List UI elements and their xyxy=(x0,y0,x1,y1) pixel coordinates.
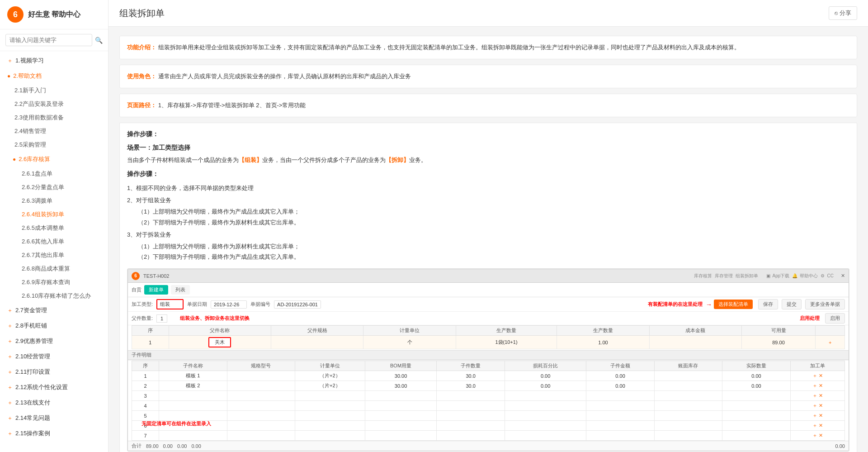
annotation-5-text: 无固定清单可在组件在这里录入 xyxy=(142,420,211,427)
screenshot-block: 6 TEST-H002 库存核算 库存管理 组装拆卸单 ▣ App下载 🔔 帮助… xyxy=(127,268,849,452)
screenshot-date-val[interactable]: 2019-12-26 xyxy=(211,300,247,309)
screenshot-order-val[interactable]: AD-20191226-001 xyxy=(274,300,321,309)
cell-op-btn[interactable]: + xyxy=(816,336,845,349)
sidebar-item-2-2[interactable]: 2.2产品安装及登录 xyxy=(0,97,108,111)
ops-block: 操作步骤： 场景一：加工类型选择 当由多个子件材料组装成一个成品的业务为【组装】… xyxy=(119,123,857,452)
sub-col-qty: 子件数量 xyxy=(437,361,505,371)
arrow-icon-1: → xyxy=(706,301,712,308)
sidebar-item-2-6-9[interactable]: 2.6.9库存账本查询 xyxy=(0,276,108,289)
screenshot-close-icon[interactable]: ✕ xyxy=(841,273,845,279)
sidebar-item-2-9[interactable]: ＋ 2.9优惠券管理 xyxy=(0,333,108,349)
sidebar-item-2-6-5[interactable]: 2.6.5成本调整单 xyxy=(0,221,108,235)
expand-icon-2: ● xyxy=(7,73,10,79)
sub-table-row-7: 7 ＋ ✕ xyxy=(132,431,845,441)
sidebar-item-2-13[interactable]: ＋ 2.13在线支付 xyxy=(0,395,108,410)
sub-col-loss: 损耗百分比 xyxy=(505,361,586,371)
cell-unit: 个 xyxy=(363,336,456,349)
screenshot-tab-list[interactable]: 列表 xyxy=(171,285,190,295)
screenshot-enable-btn[interactable]: 启用 xyxy=(825,313,845,324)
screenshot-submit-btn[interactable]: 提交 xyxy=(782,299,802,309)
sidebar-item-2-8[interactable]: ＋ 2.8手机旺铺 xyxy=(0,318,108,333)
step-2-sub1: （1）上部明细为父件明细，最终作为产成品生成其它入库单； xyxy=(138,206,849,217)
scene1-title: 场景一：加工类型选择 xyxy=(127,144,849,152)
sidebar-item-2-12[interactable]: ＋ 2.12系统个性化设置 xyxy=(0,380,108,395)
col-op xyxy=(816,326,845,336)
screenshot-nav: 库存核算 库存管理 组装拆卸单 xyxy=(694,273,758,279)
screenshot-save-btn[interactable]: 保存 xyxy=(758,299,778,309)
screenshot-assembly-btn[interactable]: 选择装配清单 xyxy=(714,300,753,309)
sidebar-item-2-6-3[interactable]: 2.6.3调拨单 xyxy=(0,194,108,208)
share-icon: ⎋ xyxy=(835,10,838,16)
sidebar-item-2-4[interactable]: 2.4销售管理 xyxy=(0,124,108,138)
ops-title: 操作步骤： xyxy=(127,130,849,138)
sidebar-item-2-6-2[interactable]: 2.6.2分量盘点单 xyxy=(0,181,108,194)
main-header: 组装拆卸单 ⎋ 分享 xyxy=(108,0,868,27)
cell-prod1: 1袋(10+1) xyxy=(456,336,557,349)
search-icon[interactable]: 🔍 xyxy=(95,37,103,44)
screenshot-footer-v4: 0.00 xyxy=(191,443,201,449)
screenshot-footer: 合计 89.00 0.00 0.00 0.00 0.00 xyxy=(128,441,849,451)
scene1-desc: 当由多个子件材料组装成一个成品的业务为【组装】业务，当由一个父件拆分成多个子产品… xyxy=(127,155,849,165)
sidebar-item-2-6-7[interactable]: 2.6.7其他出库单 xyxy=(0,248,108,262)
annotation-1-text: 有装配清单的在这里处理 xyxy=(646,300,704,308)
sidebar-item-2-11[interactable]: ＋ 2.11打印设置 xyxy=(0,364,108,380)
sidebar-item-2-3[interactable]: 2.3使用前数据准备 xyxy=(0,111,108,124)
screenshot-menu: 自贡 新建单 列表 xyxy=(128,283,849,297)
expand-icon-2-11: ＋ xyxy=(7,368,13,376)
expand-icon-2-7: ＋ xyxy=(7,307,13,314)
expand-icon-2-12: ＋ xyxy=(7,384,13,391)
sidebar-item-2-6-6[interactable]: 2.6.6其他入库单 xyxy=(0,235,108,248)
screenshot-lower-table: 序 子件名称 规格型号 计量单位 BOM用量 子件数量 损耗百分比 子件金额 账… xyxy=(132,361,845,441)
step-2: 2、对于组装业务 xyxy=(127,195,849,205)
search-input[interactable] xyxy=(5,34,92,46)
path-text: 1、库存核算->库存管理->组装拆卸单 2、首页->常用功能 xyxy=(158,102,306,109)
screenshot-topbar: 6 TEST-H002 库存核算 库存管理 组装拆卸单 ▣ App下载 🔔 帮助… xyxy=(128,269,849,283)
sub-col-bom: BOM用量 xyxy=(365,361,437,371)
func-intro-block: 功能介绍： 组装拆卸单用来处理企业组装或拆卸等加工业务，支持有固定装配清单的产品… xyxy=(119,36,857,59)
sidebar-item-2-6-4[interactable]: 2.6.4组装拆卸单 xyxy=(0,208,108,221)
sub-col-unit: 计量单位 xyxy=(295,361,365,371)
sub-table-row-3: 3 ＋ ✕ xyxy=(132,391,845,401)
sidebar-item-2-15[interactable]: ＋ 2.15操作案例 xyxy=(0,426,108,441)
col-parent-name: 父件名称 xyxy=(169,326,271,336)
screenshot-more-btn[interactable]: 更多业务单据 xyxy=(805,299,845,309)
sidebar-item-2-5[interactable]: 2.5采购管理 xyxy=(0,138,108,152)
sidebar-item-2-6-10[interactable]: 2.6.10库存账本错了怎么办 xyxy=(0,289,108,303)
expand-icon-2-9: ＋ xyxy=(7,338,13,345)
screenshot-tab-new[interactable]: 新建单 xyxy=(144,285,168,295)
sidebar-item-1[interactable]: ＋ 1.视频学习 xyxy=(0,53,108,68)
sidebar-item-2[interactable]: ● 2.帮助文档 xyxy=(0,68,108,84)
screenshot-count-label: 父件数量: xyxy=(132,315,153,322)
screenshot-icons: ▣ App下载 🔔 帮助中心 ⚙ CC xyxy=(766,273,834,279)
sidebar-item-2-1[interactable]: 2.1新手入门 xyxy=(0,84,108,97)
sidebar-item-2-7[interactable]: ＋ 2.7资金管理 xyxy=(0,303,108,318)
sidebar-label-2-6: 2.6库存核算 xyxy=(19,155,50,163)
screenshot-footer-total: 0.00 xyxy=(835,443,845,449)
step-list: 1、根据不同的业务，选择不同单据的类型来处理 2、对于组装业务 （1）上部明细为… xyxy=(127,183,849,262)
step-3-sub2: （2）下部明细为子件明细，最终作为产成品生成其它入库单。 xyxy=(138,252,849,262)
screenshot-child-table: 序 子件名称 规格型号 计量单位 BOM用量 子件数量 损耗百分比 子件金额 账… xyxy=(128,361,849,441)
screenshot-footer-v3: 0.00 xyxy=(177,443,187,449)
share-button[interactable]: ⎋ 分享 xyxy=(829,6,857,20)
sidebar-item-2-10[interactable]: ＋ 2.10经营管理 xyxy=(0,349,108,364)
expand-icon-2-6: ● xyxy=(13,156,16,162)
screenshot-count-val[interactable]: 1 xyxy=(156,314,167,323)
screenshot-id: TEST-H002 xyxy=(143,273,169,279)
screenshot-footer-v2: 0.00 xyxy=(163,443,173,449)
sidebar-item-2-6[interactable]: ● 2.6库存核算 xyxy=(0,152,108,167)
col-prod-qty2: 生产数量 xyxy=(557,326,649,336)
step-3-sub1: （1）上部明细为父件明细，最终作为原材料生成其它出库单； xyxy=(138,241,849,252)
sidebar-item-2-14[interactable]: ＋ 2.14常见问题 xyxy=(0,410,108,426)
path-block: 页面路径： 1、库存核算->库存管理->组装拆卸单 2、首页->常用功能 xyxy=(119,94,857,117)
nav-section: ＋ 1.视频学习 ● 2.帮助文档 2.1新手入门 2.2产品安装及登录 2.3… xyxy=(0,51,108,443)
expand-icon-2-13: ＋ xyxy=(7,399,13,407)
role-text: 通常由生产人员或库管人员完成拆装业务的操作，库管人员确认原材料的出库和产成品的入… xyxy=(158,73,411,80)
col-seq: 序 xyxy=(132,326,169,336)
sidebar-item-2-6-1[interactable]: 2.6.1盘点单 xyxy=(0,167,108,181)
sidebar-item-2-6-8[interactable]: 2.6.8商品成本重算 xyxy=(0,262,108,276)
sub-col-stock: 账面库存 xyxy=(654,361,722,371)
main-content: 组装拆卸单 ⎋ 分享 功能介绍： 组装拆卸单用来处理企业组装或拆卸等加工业务，支… xyxy=(108,0,868,452)
col-cost-amt: 成本金额 xyxy=(649,326,741,336)
screenshot-type-val[interactable]: 组装 xyxy=(156,299,184,309)
screenshot-parent-table: 序 父件名称 父件规格 计量单位 生产数量 生产数量 成本金额 可用量 xyxy=(128,325,849,350)
